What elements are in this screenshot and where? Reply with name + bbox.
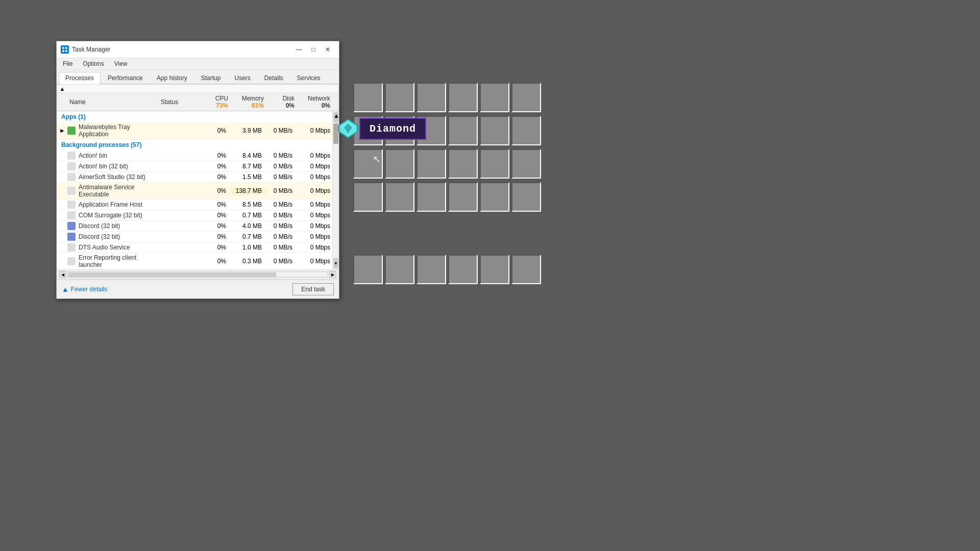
process-row-action32[interactable]: Action! bin (32 bit) 0% 8.7 MB 0 MB/s 0 … [57,161,338,172]
hscroll-right-arrow[interactable]: ▶ [329,271,336,278]
metric-memory: 61% [232,102,264,109]
mc-cell[interactable] [448,116,478,145]
process-icon [67,173,76,181]
mc-cell[interactable] [480,182,509,212]
process-cpu: 0% [200,201,230,208]
mc-cell[interactable] [385,149,414,179]
process-cpu: 0% [200,244,230,251]
svg-rect-4 [65,47,67,49]
menu-view[interactable]: View [110,59,132,68]
col-network-header[interactable]: Network 0% [297,93,332,111]
mc-cell[interactable] [511,182,541,212]
mc-cell[interactable] [416,83,446,112]
metric-disk: 0% [268,102,295,109]
col-memory-header[interactable]: Memory 61% [230,93,266,111]
mc-cell[interactable] [448,83,478,112]
process-net: 0 Mbps [297,163,332,170]
window-title: Task Manager [72,46,110,53]
menu-options[interactable]: Options [79,59,108,68]
mc-cell[interactable] [480,116,509,145]
process-icon [67,201,76,209]
app-icon [61,45,69,54]
mc-cell[interactable] [511,149,541,179]
process-net: 0 Mbps [297,212,332,219]
tab-users[interactable]: Users [228,72,257,84]
process-row-comsurrogate[interactable]: COM Surrogate (32 bit) 0% 0.7 MB 0 MB/s … [57,210,338,221]
mc-cell[interactable] [385,182,414,212]
process-row-aimersoft[interactable]: AimerSoft Studio (32 bit) 0% 1.5 MB 0 MB… [57,172,338,183]
process-row-action[interactable]: Action! bin 0% 8.4 MB 0 MB/s 0 Mbps [57,151,338,161]
process-row-discord2[interactable]: Discord (32 bit) 0% 0.7 MB 0 MB/s 0 Mbps [57,232,338,242]
process-net-malwarebytes: 0 Mbps [297,127,332,134]
mc-hotbar-cell[interactable] [480,255,509,284]
col-disk-header[interactable]: Disk 0% [266,93,297,111]
process-net: 0 Mbps [297,244,332,251]
mc-cell[interactable] [511,83,541,112]
hscroll-left-arrow[interactable]: ◀ [59,271,66,278]
process-row-appframehost[interactable]: Application Frame Host 0% 8.5 MB 0 MB/s … [57,199,338,210]
tab-startup[interactable]: Startup [194,72,228,84]
mc-hotbar-cell[interactable] [511,255,541,284]
mc-cell[interactable] [480,83,509,112]
mc-cell[interactable] [416,149,446,179]
col-status-header[interactable]: Status [159,97,200,107]
tab-performance[interactable]: Performance [101,72,150,84]
process-cpu: 0% [200,212,230,219]
mc-cell[interactable] [448,149,478,179]
horizontal-scrollbar[interactable]: ◀ ▶ [57,269,338,279]
fewer-details-button[interactable]: ▲ Fewer details [62,285,107,293]
mc-cell[interactable] [416,182,446,212]
process-name: AimerSoft Studio (32 bit) [78,173,159,181]
mc-cell[interactable] [511,116,541,145]
mc-cell[interactable] [353,83,383,112]
tab-services[interactable]: Services [290,72,327,84]
process-disk: 0 MB/s [266,244,297,251]
process-net: 0 Mbps [297,187,332,194]
process-disk: 0 MB/s [266,187,297,194]
end-task-button[interactable]: End task [292,283,334,295]
hscroll-track[interactable] [67,271,328,278]
col-name-header[interactable]: Name [67,97,159,107]
bg-section-header: Background processes (57) [57,139,338,151]
process-mem: 0.7 MB [230,233,266,240]
process-row-dts[interactable]: DTS Audio Service 0% 1.0 MB 0 MB/s 0 Mbp… [57,242,338,253]
tab-processes[interactable]: Processes [59,72,101,84]
process-disk: 0 MB/s [266,163,297,170]
process-row-antimalware[interactable]: Antimalware Service Executable 0% 138.7 … [57,183,338,199]
menu-file[interactable]: File [59,59,77,68]
process-list-content: ▲ Name Status CPU 73% Memory 61% Disk 0%… [57,84,339,280]
mc-hotbar-cell[interactable] [416,255,446,284]
column-header-row: Name Status CPU 73% Memory 61% Disk 0% N… [57,93,338,111]
tab-app-history[interactable]: App history [150,72,194,84]
process-mem: 8.7 MB [230,163,266,170]
hscroll-thumb[interactable] [68,272,276,278]
process-row-errorreporting[interactable]: Error Reporting client launcher 0% 0.3 M… [57,253,338,269]
minimize-button[interactable]: — [292,44,306,55]
diamond-icon [337,117,359,140]
mc-hotbar-cell[interactable] [385,255,414,284]
mc-cell[interactable] [480,149,509,179]
process-mem: 1.5 MB [230,173,266,181]
maximize-button[interactable]: □ [306,44,321,55]
col-cpu-header[interactable]: CPU 73% [200,93,230,111]
process-scroll-area[interactable]: Apps (1) ► Malwarebytes Tray Application… [57,111,338,269]
process-name: Discord (32 bit) [78,233,159,240]
process-mem: 4.0 MB [230,222,266,230]
mc-cell[interactable] [353,182,383,212]
mc-hotbar-cell[interactable] [448,255,478,284]
close-button[interactable]: ✕ [321,44,335,55]
mc-cell[interactable] [448,182,478,212]
mc-hotbar-cell[interactable] [353,255,383,284]
tab-details[interactable]: Details [258,72,290,84]
process-name-malwarebytes: Malwarebytes Tray Application [78,123,159,138]
process-row-malwarebytes[interactable]: ► Malwarebytes Tray Application 0% 3.9 M… [57,122,338,139]
scrollbar-down-arrow[interactable]: ▼ [333,258,338,268]
diamond-tooltip: Diamond [337,117,426,140]
process-mem: 8.4 MB [230,152,266,159]
sort-arrow: ▲ [57,86,67,92]
mc-cell[interactable] [385,83,414,112]
process-row-discord1[interactable]: Discord (32 bit) 0% 4.0 MB 0 MB/s 0 Mbps [57,221,338,232]
process-icon [67,257,76,265]
footer: ▲ Fewer details End task [57,280,339,298]
expand-arrow[interactable]: ► [57,127,67,134]
